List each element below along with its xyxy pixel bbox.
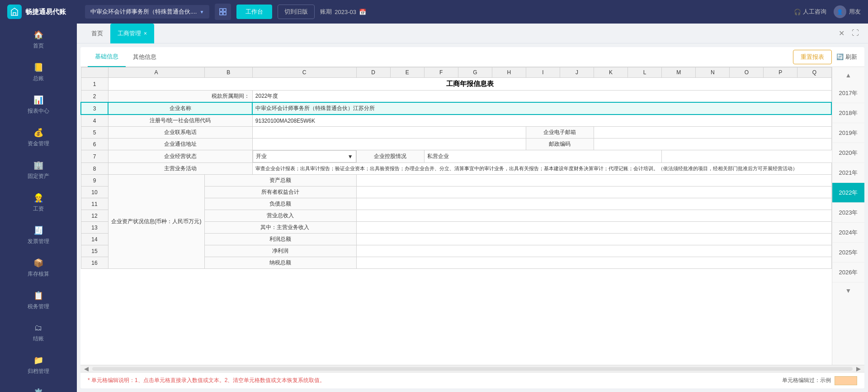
year-2024[interactable]: 2024年 (832, 223, 864, 243)
postcode-label: 邮政编码 (526, 139, 594, 150)
net-profit-label: 净利润 (204, 245, 356, 257)
equity-value[interactable] (356, 186, 831, 198)
sheet-title[interactable]: 工商年报信息表 (108, 78, 831, 91)
logo-text: 畅捷通易代账 (25, 8, 66, 16)
sidebar-label-payroll: 工资 (33, 205, 44, 213)
year-2017[interactable]: 2017年 (832, 83, 864, 103)
period-value-cell[interactable]: 2022年度 (252, 91, 831, 103)
horizontal-scrollbar[interactable]: ◀ ▶ (80, 365, 864, 372)
hscroll-left-arrow[interactable]: ◀ (82, 365, 90, 372)
user-area[interactable]: 👤 用友 (834, 5, 861, 18)
hscroll-right-arrow[interactable]: ▶ (854, 365, 863, 372)
workbench-button[interactable]: 工作台 (236, 5, 272, 19)
example-cell (835, 376, 857, 385)
address-value[interactable] (252, 139, 526, 150)
col-header-O: O (730, 67, 764, 78)
row-num: 12 (81, 210, 108, 222)
year-nav-up[interactable]: ▲ (832, 67, 864, 83)
tab-close-icon[interactable]: × (144, 30, 147, 37)
year-2020[interactable]: 2020年 (832, 143, 864, 163)
table-row: 8 主营业务活动 审查企业会计报表；出具审计报告；验证企业资本；出具验资报告；办… (81, 163, 831, 175)
sidebar: 🏠 首页 📒 总账 📊 报表中心 💰 资金管理 🏢 固定资产 👷 工资 🧾 发票… (0, 24, 77, 392)
table-row: 7 企业经营状态 开业▼ 企业控股情况 私营企业 (81, 150, 831, 163)
net-profit-value[interactable] (356, 245, 831, 257)
reset-report-button[interactable]: 重置报表 (793, 50, 832, 64)
year-2026[interactable]: 2026年 (832, 263, 864, 282)
company-name-value[interactable]: 中审众环会计师事务所（特殊普通合伙）江苏分所 (252, 102, 831, 115)
table-row: 1 工商年报信息表 (81, 78, 831, 91)
old-version-button[interactable]: 切到旧版 (278, 5, 315, 19)
sidebar-item-report[interactable]: 📊 报表中心 (0, 89, 77, 121)
hscroll-track[interactable] (92, 367, 853, 371)
consult-btn[interactable]: 🎧 人工咨询 (794, 8, 826, 16)
sidebar-item-ledger[interactable]: 📒 总账 (0, 56, 77, 89)
liabilities-value[interactable] (356, 198, 831, 210)
revenue-value[interactable] (356, 210, 831, 222)
company-selector[interactable]: 中审众环会计师事务所（特殊普通合伙.... ▼ (85, 5, 209, 19)
year-2019[interactable]: 2019年 (832, 123, 864, 143)
address-label: 企业通信地址 (108, 139, 252, 150)
year-2021[interactable]: 2021年 (832, 163, 864, 183)
col-header-D: D (356, 67, 390, 78)
sidebar-item-tax[interactable]: 📋 税务管理 (0, 284, 77, 317)
tab-home[interactable]: 首页 (84, 24, 110, 43)
sub-tab-basic[interactable]: 基础信息 (88, 47, 126, 67)
sidebar-label-inventory: 库存核算 (28, 270, 49, 278)
postcode-value[interactable] (594, 139, 831, 150)
sidebar-label-report: 报表中心 (28, 107, 49, 115)
sidebar-item-payroll[interactable]: 👷 工资 (0, 186, 77, 219)
profit-label: 利润总额 (204, 234, 356, 245)
refresh-button[interactable]: 🔄 刷新 (836, 53, 857, 61)
holding-value[interactable]: 私营企业 (424, 150, 661, 163)
user-label: 用友 (849, 8, 861, 16)
sidebar-item-archive[interactable]: 📁 归档管理 (0, 349, 77, 382)
sidebar-item-inventory[interactable]: 📦 库存核算 (0, 252, 77, 284)
calendar-icon[interactable]: 📅 (359, 9, 366, 15)
sidebar-item-close[interactable]: 🗂 结账 (0, 317, 77, 349)
row-num: 10 (81, 186, 108, 198)
sidebar-label-finance: 资金管理 (28, 140, 49, 148)
reg-num-value[interactable]: 91320100MA208E5W6K (252, 115, 831, 127)
tax-total-value[interactable] (356, 257, 831, 269)
table-row: 5 企业联系电话 企业电子邮箱 (81, 127, 831, 139)
inventory-icon: 📦 (33, 258, 43, 268)
phone-label: 企业联系电话 (108, 127, 252, 139)
spreadsheet-main[interactable]: A B C D E F G H I J K L (80, 67, 832, 365)
total-assets-value[interactable] (356, 175, 831, 186)
col-header-F: F (424, 67, 458, 78)
row-num: 6 (81, 139, 108, 150)
tab-gongshang[interactable]: 工商管理 × (110, 24, 154, 43)
table-row: 4 注册号/统一社会信用代码 91320100MA208E5W6K (81, 115, 831, 127)
sidebar-item-invoice[interactable]: 🧾 发票管理 (0, 219, 77, 252)
sidebar-item-assets[interactable]: 🏢 固定资产 (0, 154, 77, 186)
year-2023[interactable]: 2023年 (832, 203, 864, 223)
sidebar-item-settings[interactable]: ⚙️ 设置 (0, 382, 77, 392)
year-2022[interactable]: 2022年 (832, 183, 864, 203)
main-biz-value[interactable]: 审查企业会计报表；出具审计报告；验证企业资本；出具验资报告；办理企业合并、分立、… (252, 163, 831, 175)
main-revenue-label: 其中：主营业务收入 (204, 222, 356, 234)
tab-close-btn[interactable]: ✕ (837, 27, 846, 39)
sidebar-item-finance[interactable]: 💰 资金管理 (0, 121, 77, 154)
tab-expand-icon[interactable]: ⛶ (850, 27, 861, 39)
revenue-label: 营业总收入 (204, 210, 356, 222)
profit-value[interactable] (356, 234, 831, 245)
company-icon-btn[interactable] (215, 4, 231, 20)
phone-value[interactable] (252, 127, 526, 139)
biz-status-dropdown[interactable]: 开业▼ (253, 150, 356, 163)
total-assets-label: 资产总额 (204, 175, 356, 186)
row-num: 7 (81, 150, 108, 163)
tab-bar: 首页 工商管理 × ✕ ⛶ (77, 24, 868, 43)
year-sidebar: ▲ 2017年 2018年 2019年 2020年 2021年 2022年 20… (832, 67, 864, 365)
sidebar-item-home[interactable]: 🏠 首页 (0, 24, 77, 56)
col-header-C: C (252, 67, 356, 78)
col-header-K: K (594, 67, 628, 78)
year-nav-down[interactable]: ▼ (832, 282, 864, 299)
spreadsheet-wrapper: A B C D E F G H I J K L (80, 67, 864, 365)
consult-label: 人工咨询 (803, 8, 826, 16)
year-2018[interactable]: 2018年 (832, 103, 864, 123)
email-value[interactable] (594, 127, 831, 139)
sub-tab-other[interactable]: 其他信息 (126, 47, 164, 67)
main-revenue-value[interactable] (356, 222, 831, 234)
year-2025[interactable]: 2025年 (832, 243, 864, 263)
row-num: 1 (81, 78, 108, 91)
